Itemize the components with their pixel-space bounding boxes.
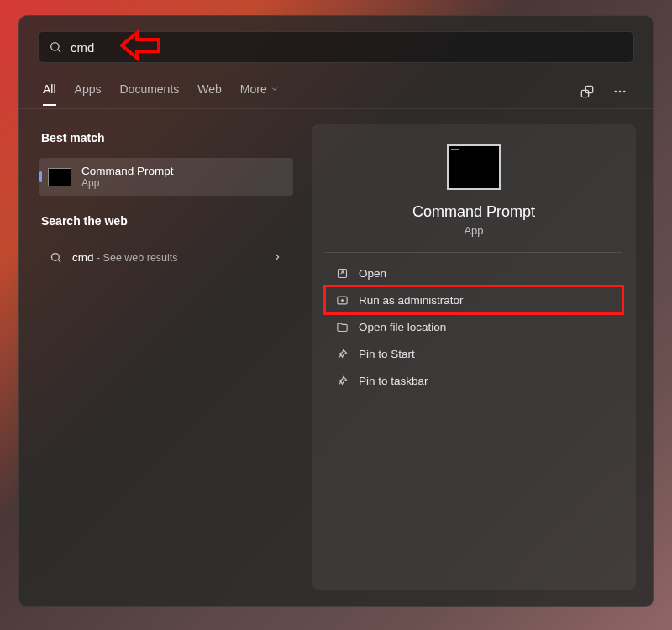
chevron-down-icon [270,85,279,93]
result-title: Command Prompt [81,165,174,177]
search-bar[interactable] [38,31,634,63]
search-icon [49,40,62,54]
search-bar-container [19,16,653,71]
web-query-text: cmd [72,251,94,264]
pin-icon [335,347,349,360]
shield-icon [335,293,349,307]
action-run-as-administrator[interactable]: Run as administrator [325,286,622,313]
search-input[interactable] [71,40,623,55]
command-prompt-large-icon [447,144,501,190]
pin-icon [335,374,349,387]
tab-documents[interactable]: Documents [119,82,179,106]
start-search-panel: All Apps Documents Web More Best match [18,15,654,607]
chevron-right-icon [271,251,283,263]
svg-point-0 [51,43,59,50]
svg-point-5 [619,91,622,93]
svg-point-4 [614,91,617,93]
svg-line-8 [58,260,60,262]
svg-line-13 [339,381,341,384]
svg-line-12 [339,354,341,357]
result-command-prompt[interactable]: Command Prompt App [39,158,293,196]
tab-apps[interactable]: Apps [75,82,102,106]
results-list: Best match Command Prompt App Search the… [19,109,305,606]
preview-subtitle: App [464,224,483,237]
open-icon [335,266,349,280]
best-match-label: Best match [41,131,291,144]
folder-icon [335,320,349,333]
search-web-label: Search the web [41,214,291,228]
preview-title: Command Prompt [412,203,535,221]
preview-pane: Command Prompt App Open Run as administr… [312,124,636,590]
svg-rect-3 [585,86,592,92]
svg-point-6 [623,91,626,93]
svg-line-1 [58,50,60,52]
divider [325,252,622,253]
action-open[interactable]: Open [325,260,622,286]
web-result-cmd[interactable]: cmd - See web results [39,241,293,273]
tab-more[interactable]: More [240,82,279,106]
action-pin-to-taskbar[interactable]: Pin to taskbar [325,367,622,394]
search-icon [50,251,62,264]
command-prompt-icon [48,168,71,186]
filter-tabs: All Apps Documents Web More [19,71,653,109]
tab-web[interactable]: Web [197,82,222,106]
action-open-file-location[interactable]: Open file location [325,313,622,340]
web-sub-text: - See web results [94,252,178,264]
action-pin-to-start[interactable]: Pin to Start [325,340,622,367]
more-options-icon[interactable] [611,81,629,102]
svg-rect-9 [338,269,346,277]
tab-all[interactable]: All [43,82,56,106]
result-subtitle: App [81,177,174,189]
quick-actions-icon[interactable] [577,80,597,103]
svg-rect-2 [581,90,588,97]
svg-point-7 [52,253,60,260]
